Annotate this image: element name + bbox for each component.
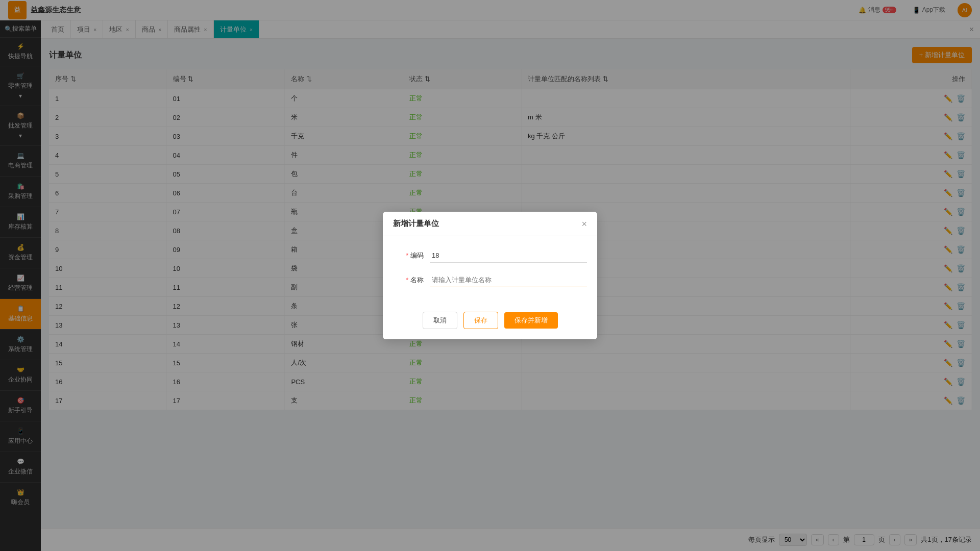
modal-overlay[interactable]: 新增计量单位 × 编码 名称 取消 保存 保存并新增: [0, 0, 980, 551]
modal-close-btn[interactable]: ×: [581, 219, 587, 229]
modal-footer: 取消 保存 保存并新增: [383, 306, 597, 339]
code-input[interactable]: [430, 248, 587, 263]
save-and-add-button[interactable]: 保存并新增: [504, 312, 558, 329]
save-button[interactable]: 保存: [463, 312, 498, 329]
modal-add-unit: 新增计量单位 × 编码 名称 取消 保存 保存并新增: [383, 212, 597, 339]
code-label: 编码: [393, 251, 424, 260]
unit-name-input[interactable]: [430, 273, 587, 287]
modal-body: 编码 名称: [383, 236, 597, 306]
name-label: 名称: [393, 276, 424, 285]
cancel-button[interactable]: 取消: [423, 312, 457, 329]
form-row-code: 编码: [393, 248, 587, 263]
form-row-name: 名称: [393, 273, 587, 287]
modal-title: 新增计量单位: [393, 219, 439, 229]
modal-header: 新增计量单位 ×: [383, 212, 597, 236]
